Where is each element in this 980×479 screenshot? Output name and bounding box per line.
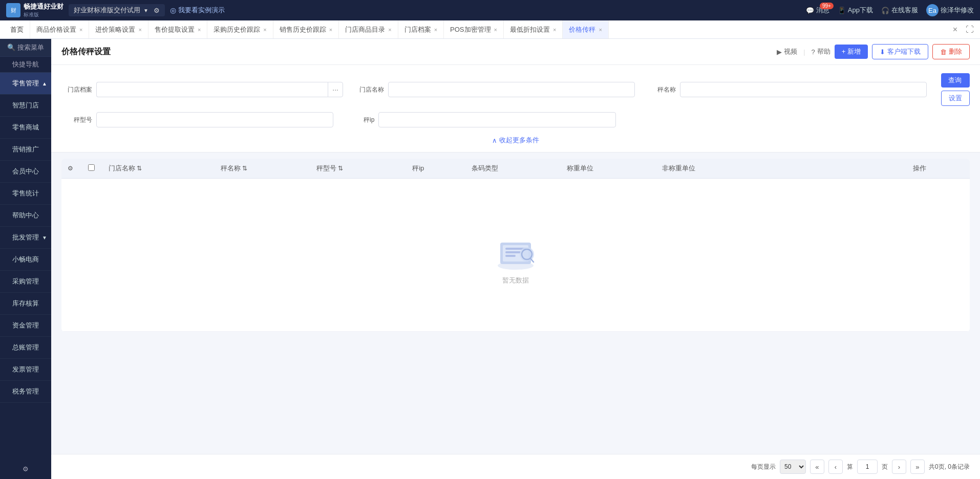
help-link[interactable]: ? 帮助 bbox=[812, 47, 830, 56]
header-actions: ▶ 视频 | ? 帮助 + 新增 ⬇ 客户端下载 🗑 删除 bbox=[777, 44, 970, 59]
tab-store-file[interactable]: 门店档案 × bbox=[398, 20, 444, 39]
tab-close-store-file[interactable]: × bbox=[434, 27, 437, 33]
sidebar-item-accounting[interactable]: 总账管理 bbox=[0, 337, 51, 359]
sidebar-item-member[interactable]: 会员中心 bbox=[0, 161, 51, 183]
tab-close-price-scale[interactable]: × bbox=[599, 27, 602, 33]
play-icon: ◎ bbox=[170, 6, 176, 14]
store-name-input[interactable] bbox=[388, 82, 635, 97]
scale-name-input[interactable] bbox=[680, 82, 927, 97]
scale-model-input[interactable] bbox=[96, 112, 333, 127]
tab-purchase-history[interactable]: 采购历史价跟踪 × bbox=[207, 20, 273, 39]
sidebar-item-retail-mall[interactable]: 零售商城 bbox=[0, 117, 51, 139]
content-header: 价格传秤设置 ▶ 视频 | ? 帮助 + 新增 ⬇ 客户端下载 bbox=[51, 39, 980, 65]
content-area: 价格传秤设置 ▶ 视频 | ? 帮助 + 新增 ⬇ 客户端下载 bbox=[51, 39, 980, 479]
tab-close-purchase-history[interactable]: × bbox=[263, 27, 266, 33]
sidebar-search[interactable]: 🔍 搜索菜单 bbox=[0, 39, 51, 57]
sidebar-item-help-center[interactable]: 帮助中心 bbox=[0, 205, 51, 227]
per-page-select[interactable]: 10 20 50 100 bbox=[780, 460, 806, 474]
tab-close-price-setting[interactable]: × bbox=[79, 27, 82, 33]
sidebar-item-marketing[interactable]: 营销推广 bbox=[0, 139, 51, 161]
tab-close-sale-history[interactable]: × bbox=[329, 27, 332, 33]
settings-icon[interactable]: ⚙ bbox=[154, 7, 160, 14]
app-name: 畅捷通好业财 标准版 bbox=[24, 2, 63, 18]
store-file-dots-btn[interactable]: ··· bbox=[328, 82, 343, 97]
collapse-btn[interactable]: ∧ 收起更多条件 bbox=[484, 134, 547, 147]
last-page-btn[interactable]: » bbox=[910, 460, 925, 474]
pagination: 每页显示 10 20 50 100 « ‹ 算 页 › » 共0页, 0条记录 bbox=[51, 454, 980, 479]
filter-scale-name: 秤名称 bbox=[645, 82, 927, 97]
messages-btn[interactable]: 💬 消息 99+ bbox=[806, 6, 829, 15]
next-page-icon: › bbox=[898, 463, 900, 471]
sidebar-settings-btn[interactable]: ⚙ bbox=[0, 459, 51, 479]
sidebar-item-wholesale-manage[interactable]: 批发管理 bbox=[0, 227, 51, 249]
sidebar-quick-nav[interactable]: 快捷导航 bbox=[0, 57, 51, 73]
last-page-icon: » bbox=[915, 463, 919, 471]
version-selector[interactable]: 好业财标准版交付试用 ▼ ⚙ bbox=[69, 4, 165, 16]
demo-btn[interactable]: ◎ 我要看实例演示 bbox=[170, 6, 225, 15]
next-page-btn[interactable]: › bbox=[892, 460, 906, 474]
sidebar-item-xiaochu-ecom[interactable]: 小畅电商 bbox=[0, 249, 51, 271]
user-menu-btn[interactable]: Ea 徐泽华修改 bbox=[926, 4, 974, 16]
page-suffix: 页 bbox=[882, 463, 888, 471]
empty-state-cell: 暂无数据 bbox=[61, 179, 970, 332]
th-scale-ip: 秤ip bbox=[406, 159, 465, 179]
empty-text: 暂无数据 bbox=[502, 276, 529, 285]
sidebar-item-finance[interactable]: 资金管理 bbox=[0, 315, 51, 337]
th-check[interactable] bbox=[82, 159, 102, 179]
svg-rect-4 bbox=[505, 251, 521, 253]
sidebar-item-purchase-manage[interactable]: 采购管理 bbox=[0, 271, 51, 293]
th-scale-model[interactable]: 秤型号 ⇅ bbox=[310, 159, 406, 179]
tab-min-discount[interactable]: 最低折扣设置 × bbox=[504, 20, 563, 39]
data-table: ⚙ 门店名称 ⇅ 秤名称 ⇅ 秤型号 ⇅ bbox=[61, 159, 970, 332]
top-bar: 财 畅捷通好业财 标准版 好业财标准版交付试用 ▼ ⚙ ◎ 我要看实例演示 💬 … bbox=[0, 0, 980, 20]
query-btn[interactable]: 查询 bbox=[941, 73, 970, 88]
sidebar-item-smart-store[interactable]: 智慧门店 bbox=[0, 95, 51, 117]
video-link[interactable]: ▶ 视频 bbox=[777, 47, 797, 56]
tab-expand-btn[interactable]: ⛶ bbox=[964, 25, 976, 34]
table-body: 暂无数据 bbox=[61, 179, 970, 332]
tab-pos-manage[interactable]: POS加密管理 × bbox=[444, 20, 504, 39]
prev-page-btn[interactable]: ‹ bbox=[828, 460, 843, 474]
download-icon: ⬇ bbox=[880, 48, 885, 56]
first-page-btn[interactable]: « bbox=[810, 460, 824, 474]
download-btn[interactable]: ⬇ 客户端下载 bbox=[872, 44, 928, 59]
th-scale-name[interactable]: 秤名称 ⇅ bbox=[215, 159, 310, 179]
th-settings[interactable]: ⚙ bbox=[61, 159, 82, 179]
tab-price-scale[interactable]: 价格传秤 × bbox=[563, 20, 608, 39]
tab-store-catalog[interactable]: 门店商品目录 × bbox=[339, 20, 398, 39]
tab-sale-history[interactable]: 销售历史价跟踪 × bbox=[273, 20, 339, 39]
select-all-checkbox[interactable] bbox=[88, 164, 95, 171]
app-logo: 财 畅捷通好业财 标准版 bbox=[6, 2, 63, 18]
sidebar-item-inventory[interactable]: 库存核算 bbox=[0, 293, 51, 315]
sidebar-item-invoice[interactable]: 发票管理 bbox=[0, 359, 51, 381]
tab-close-purchase-strategy[interactable]: × bbox=[138, 27, 141, 33]
th-store-name[interactable]: 门店名称 ⇅ bbox=[102, 159, 215, 179]
chevron-down-icon: ▼ bbox=[143, 8, 148, 13]
tab-purchase-strategy[interactable]: 进价策略设置 × bbox=[89, 20, 148, 39]
sidebar-item-retail-stats[interactable]: 零售统计 bbox=[0, 183, 51, 205]
tab-price-setting[interactable]: 商品价格设置 × bbox=[30, 20, 89, 39]
tab-home[interactable]: 首页 bbox=[4, 20, 30, 39]
scale-ip-input[interactable] bbox=[378, 112, 615, 127]
add-btn[interactable]: + 新增 bbox=[835, 45, 868, 59]
page-number-input[interactable] bbox=[857, 460, 878, 474]
sidebar-item-tax[interactable]: 税务管理 bbox=[0, 381, 51, 403]
th-barcode-type: 条码类型 bbox=[465, 159, 561, 179]
tab-close-all-btn[interactable]: × bbox=[951, 25, 960, 34]
tab-close-store-catalog[interactable]: × bbox=[388, 27, 391, 33]
divider: | bbox=[803, 48, 805, 56]
app-download-btn[interactable]: 📱 App下载 bbox=[838, 6, 873, 15]
filter-store-name: 门店名称 bbox=[353, 82, 635, 97]
sidebar-item-retail-manage[interactable]: 零售管理 bbox=[0, 73, 51, 95]
store-file-input[interactable] bbox=[96, 82, 328, 97]
tab-close-min-discount[interactable]: × bbox=[553, 27, 556, 33]
sidebar: 🔍 搜索菜单 快捷导航 零售管理 智慧门店 零售商城 营销推广 会员中心 零售统… bbox=[0, 39, 51, 479]
online-service-btn[interactable]: 🎧 在线客服 bbox=[881, 6, 918, 15]
tab-sale-extract[interactable]: 售价提取设置 × bbox=[148, 20, 207, 39]
setting-filter-btn[interactable]: 设置 bbox=[941, 91, 970, 106]
tab-close-pos-manage[interactable]: × bbox=[494, 27, 497, 33]
tab-close-sale-extract[interactable]: × bbox=[198, 27, 201, 33]
top-right-actions: 💬 消息 99+ 📱 App下载 🎧 在线客服 Ea 徐泽华修改 bbox=[806, 4, 974, 16]
download-icon: 📱 bbox=[838, 7, 846, 14]
delete-btn[interactable]: 🗑 删除 bbox=[932, 44, 970, 59]
